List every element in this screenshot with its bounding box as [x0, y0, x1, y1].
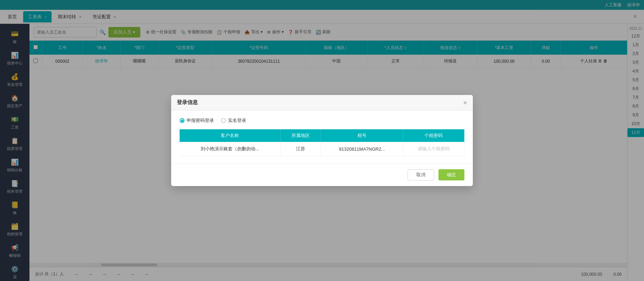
confirm-button[interactable]: 确定 [438, 169, 464, 180]
region-cell: 江苏 [280, 142, 321, 156]
radio-realname-label: 实名登录 [228, 117, 246, 124]
radio-password-circle [180, 118, 185, 123]
dialog-table-row: 刘小艳演示账套（勿删勿动... 江苏 91320811MA7NGR2... 请输… [180, 142, 464, 156]
tax-id-cell: 91320811MA7NGR2... [321, 142, 403, 156]
cancel-button[interactable]: 取消 [408, 169, 434, 180]
dialog-header: 登录信息 × [171, 95, 473, 110]
dialog-footer: 取消 确定 [171, 163, 473, 186]
radio-password-login[interactable]: 申报密码登录 [180, 117, 214, 124]
col-tax-password: 个税密码 [403, 129, 464, 142]
radio-password-label: 申报密码登录 [187, 117, 214, 124]
dialog-title: 登录信息 [177, 99, 198, 106]
client-name-cell: 刘小艳演示账套（勿删勿动... [180, 142, 280, 156]
dialog-table: 客户名称 所属地区 税号 个税密码 刘小艳演示账套（勿删勿动... 江苏 913… [180, 129, 464, 156]
login-dialog: 登录信息 × 申报密码登录 实名登录 客户名称 [171, 95, 473, 186]
col-tax-id: 税号 [321, 129, 403, 142]
dialog-overlay: 登录信息 × 申报密码登录 实名登录 客户名称 [0, 0, 644, 281]
dialog-close-button[interactable]: × [463, 99, 467, 106]
col-client-name: 客户名称 [180, 129, 280, 142]
dialog-body: 申报密码登录 实名登录 客户名称 所属地区 税号 个税密码 [171, 110, 473, 163]
radio-group: 申报密码登录 实名登录 [180, 117, 464, 124]
col-region: 所属地区 [280, 129, 321, 142]
tax-password-input[interactable]: 请输入个税密码 [403, 142, 464, 156]
radio-realname-login[interactable]: 实名登录 [221, 117, 246, 124]
dialog-table-header: 客户名称 所属地区 税号 个税密码 [180, 129, 464, 142]
radio-realname-circle [221, 118, 226, 123]
